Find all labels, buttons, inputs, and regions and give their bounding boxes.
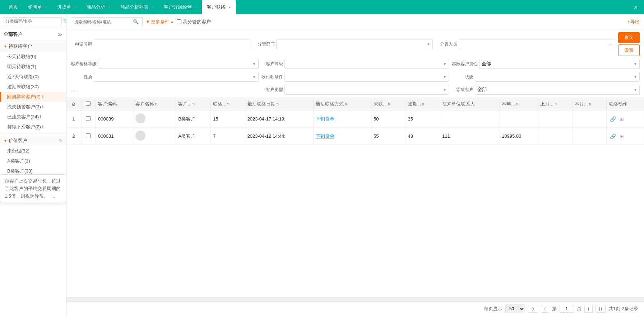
all-customers-label: 全部客户 xyxy=(4,31,22,38)
retail-attr-filter: 零散客户属性 全部 ▼ xyxy=(452,59,640,69)
th-this-year-label: 本年... xyxy=(502,101,515,107)
page-number-input[interactable] xyxy=(560,305,574,313)
export-icon: ↑ xyxy=(627,19,630,24)
retail-customer-select[interactable]: 全部 ▼ xyxy=(475,85,640,95)
sidebar-today-pending[interactable]: 今天待联络(0) xyxy=(0,52,66,62)
nav-customer-tier[interactable]: 客户分层经营 × xyxy=(159,0,202,14)
gender-select[interactable]: ▼ xyxy=(94,72,259,82)
nav-product-analysis[interactable]: 商品分析 × xyxy=(82,0,115,14)
th-this-year-sort[interactable]: ⇅ xyxy=(516,102,519,106)
th-checkbox[interactable] xyxy=(81,98,96,110)
th-contact-count: 联络...⇅ xyxy=(211,98,245,110)
row1-last-method-link[interactable]: 下销货单 xyxy=(316,116,334,122)
th-level-sort[interactable]: ⇅ xyxy=(192,102,195,106)
row2-last-method-link[interactable]: 下销货单 xyxy=(316,133,334,139)
nav-product-list[interactable]: 商品分析列表 × xyxy=(115,0,158,14)
row2-last-method[interactable]: 下销货单 xyxy=(313,128,371,145)
nav-sales[interactable]: 销售单 × xyxy=(23,0,52,14)
row1-view-icon[interactable]: 🔗 xyxy=(610,116,616,122)
sidebar-search-input[interactable] xyxy=(3,17,62,25)
window-close-button[interactable]: × xyxy=(631,4,640,11)
nav-product-analysis-close[interactable]: × xyxy=(108,0,110,14)
more-dots[interactable]: ... xyxy=(71,86,75,93)
collapse-icon[interactable]: ≫ xyxy=(57,32,62,37)
manager-select[interactable]: ··· xyxy=(459,39,615,49)
row1-checkbox-cell[interactable] xyxy=(81,110,96,128)
row1-checkbox[interactable] xyxy=(86,116,91,121)
nav-customer-tier-close[interactable]: × xyxy=(195,0,197,14)
row2-view-icon[interactable]: 🔗 xyxy=(610,133,616,139)
row2-checkbox[interactable] xyxy=(86,133,91,138)
first-page-button[interactable]: ⟨⟨ xyxy=(528,305,538,313)
set-button[interactable]: 设置 xyxy=(618,44,640,56)
row2-menu-icon[interactable]: ⊞ xyxy=(620,133,624,139)
nav-customer-contact-close[interactable]: × xyxy=(228,0,231,14)
lost-info-icon[interactable]: ℹ xyxy=(40,114,42,119)
sidebar-ungroup[interactable]: 未分组(32) xyxy=(0,146,66,156)
th-last-method-sort[interactable]: ⇅ xyxy=(344,102,347,106)
sidebar-a-class[interactable]: A类客户(1) xyxy=(0,156,66,166)
sidebar-search-icon[interactable]: 🔍 xyxy=(63,19,66,24)
query-button[interactable]: 查询 xyxy=(618,32,640,43)
sidebar-repurchase-abnormal[interactable]: 回购异常客户(2) ℹ xyxy=(0,92,66,102)
sidebar-week-pending[interactable]: 近7天待联络(0) xyxy=(0,72,66,82)
my-customers-toggle[interactable]: 我分管的客户 xyxy=(177,19,211,25)
page-size-select[interactable]: 50 100 200 xyxy=(505,305,525,313)
sidebar-lost-preview[interactable]: 流失预警客户(3) ℹ xyxy=(0,102,66,112)
value-customer-edit-icon[interactable]: ✎ xyxy=(59,138,62,143)
sidebar-lost-customers[interactable]: 已流失客户(24) ℹ xyxy=(0,112,66,122)
th-code-label: 客户编码 xyxy=(98,101,117,107)
th-settings[interactable]: ⚙ xyxy=(66,98,81,110)
nav-home[interactable]: 首页 xyxy=(4,0,23,14)
pending-contact-title[interactable]: ▼ 待联络客户 xyxy=(0,41,66,52)
th-uncontacted-sort[interactable]: ⇅ xyxy=(388,102,390,106)
value-customer-title[interactable]: ▼ 价值客户 ✎ xyxy=(0,135,66,146)
payment-select[interactable]: ▼ xyxy=(284,72,449,82)
status-select[interactable]: ▼ xyxy=(475,72,640,82)
th-contact-count-sort[interactable]: ⇅ xyxy=(227,102,230,106)
dept-select[interactable]: ▼ xyxy=(276,39,433,49)
nav-sales-close[interactable]: × xyxy=(45,0,47,14)
retail-attr-select[interactable]: 全部 ▼ xyxy=(479,59,640,69)
nav-purchase[interactable]: 进货单 × xyxy=(52,0,81,14)
price-level-select[interactable]: ▼ xyxy=(98,59,259,69)
declining-info-icon[interactable]: ℹ xyxy=(42,124,44,129)
th-last-month-sort[interactable]: ⇅ xyxy=(554,102,557,106)
row1-last-method[interactable]: 下销货单 xyxy=(313,110,371,128)
nav-purchase-label: 进货单 xyxy=(57,0,71,14)
next-page-button[interactable]: ⟩ xyxy=(584,305,593,313)
customer-table: ⚙ 客户编码 客户名称⇅ 客户...⇅ xyxy=(66,98,644,145)
repurchase-info-icon[interactable]: ℹ xyxy=(42,94,44,99)
filter-bar: 🔍 ▼ 更多条件 ▲ 我分管的客户 ↑ 导出 xyxy=(66,14,644,29)
sidebar-overdue-pending[interactable]: 逾期未联络(30) xyxy=(0,82,66,92)
customer-type-select[interactable]: ▼ xyxy=(284,85,449,95)
th-last-date-sort[interactable]: ⇅ xyxy=(276,102,279,106)
row2-checkbox-cell[interactable] xyxy=(81,128,96,145)
search-input[interactable] xyxy=(74,19,131,24)
th-this-month-sort[interactable]: ⇅ xyxy=(589,102,592,106)
th-overdue-sort[interactable]: ⇅ xyxy=(422,102,425,106)
manager-dots[interactable]: ··· xyxy=(608,41,613,47)
my-customers-checkbox[interactable] xyxy=(177,19,181,24)
customer-level-select[interactable]: ▼ xyxy=(284,59,449,69)
row1-last-date: 2023-04-17 14:19: xyxy=(245,110,313,128)
select-all-checkbox[interactable] xyxy=(86,101,91,106)
search-icon[interactable]: 🔍 xyxy=(133,19,139,24)
column-settings-icon[interactable]: ⚙ xyxy=(71,102,76,107)
more-conditions-button[interactable]: ▼ 更多条件 ▲ xyxy=(145,19,174,25)
phone-input[interactable] xyxy=(94,39,250,49)
sidebar-declining-customers[interactable]: 持续下滑客户(2) ℹ xyxy=(0,122,66,132)
lost-preview-info-icon[interactable]: ℹ xyxy=(42,104,44,109)
last-page-button[interactable]: ⟩⟩ xyxy=(596,305,606,313)
th-name-sort[interactable]: ⇅ xyxy=(155,102,158,106)
sidebar-search-bar: 🔍 xyxy=(0,14,66,28)
horizontal-scrollbar[interactable] xyxy=(66,297,644,301)
nav-customer-contact[interactable]: 客户联络 × xyxy=(202,0,236,14)
row1-menu-icon[interactable]: ⊞ xyxy=(620,116,624,122)
prev-page-button[interactable]: ⟨ xyxy=(541,305,549,313)
export-button[interactable]: ↑ 导出 xyxy=(627,19,640,25)
nav-product-list-label: 商品分析列表 xyxy=(120,0,148,14)
sidebar-tomorrow-pending[interactable]: 明天待联络(1) xyxy=(0,62,66,72)
nav-purchase-close[interactable]: × xyxy=(74,0,76,14)
nav-product-list-close[interactable]: × xyxy=(151,0,153,14)
